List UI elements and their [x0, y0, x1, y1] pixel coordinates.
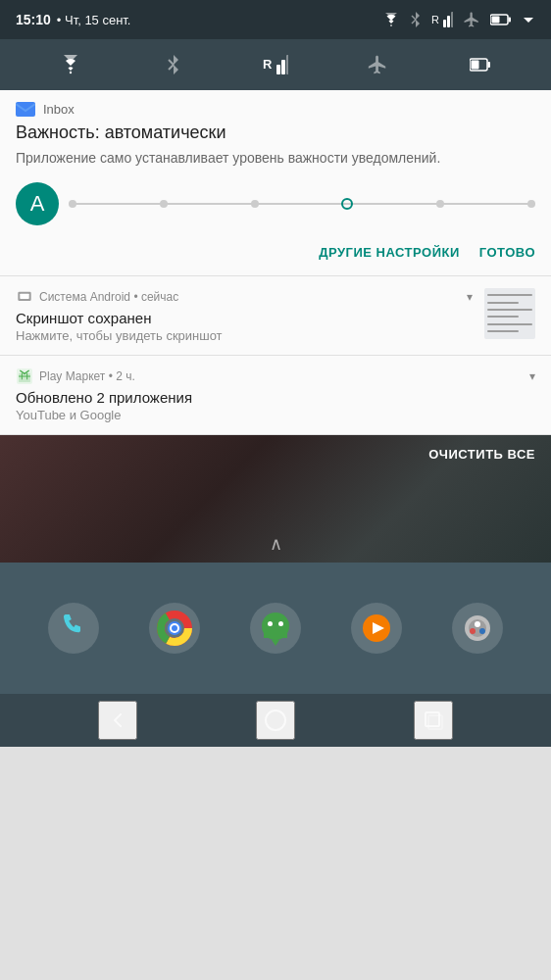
android-notif-chevron[interactable]: ▾: [467, 290, 473, 304]
svg-rect-3: [443, 20, 446, 27]
hangouts-icon[interactable]: [248, 601, 303, 656]
svg-point-47: [266, 710, 285, 730]
android-notif-text: Нажмите, чтобы увидеть скриншот: [16, 328, 473, 343]
home-button[interactable]: [256, 701, 295, 740]
android-notif-top-row: Система Android • сейчас ▾: [16, 288, 473, 306]
nav-bar: [0, 694, 551, 747]
svg-rect-19: [16, 102, 35, 117]
snapseed-app[interactable]: [450, 601, 505, 656]
svg-line-10: [169, 60, 174, 65]
back-button[interactable]: [98, 701, 137, 740]
battery-icon: [490, 13, 512, 26]
expand-icon[interactable]: [522, 13, 535, 26]
play-music-icon[interactable]: [349, 601, 404, 656]
status-time: 15:10: [16, 12, 51, 27]
clear-all-button[interactable]: ОЧИСТИТЬ ВСЕ: [413, 435, 551, 473]
pm-top-row: Play Маркет • 2 ч. ▾: [16, 368, 535, 385]
svg-rect-7: [509, 18, 512, 23]
notif-header: Inbox: [16, 102, 535, 117]
android-source: Система Android • сейчас: [39, 290, 461, 304]
svg-rect-23: [19, 372, 30, 381]
other-settings-button[interactable]: ДРУГИЕ НАСТРОЙКИ: [319, 241, 460, 264]
clear-all-banner: ОЧИСТИТЬ ВСЕ ∧: [0, 435, 551, 563]
importance-slider-row: A: [16, 182, 535, 225]
svg-line-0: [412, 16, 416, 20]
thumb-line-6: [487, 330, 519, 332]
android-system-notification[interactable]: Система Android • сейчас ▾ Скриншот сохр…: [0, 276, 551, 356]
status-icons: R: [382, 11, 535, 28]
qs-battery-icon[interactable]: [467, 51, 494, 78]
playmarket-notification[interactable]: Play Маркет • 2 ч. ▾ Обновлено 2 приложе…: [0, 356, 551, 435]
notif-actions: ДРУГИЕ НАСТРОЙКИ ГОТОВО: [16, 241, 535, 268]
qs-airplane-icon[interactable]: [364, 51, 391, 78]
pm-notif-chevron[interactable]: ▾: [529, 369, 535, 383]
svg-point-45: [470, 628, 476, 634]
play-music-app[interactable]: [349, 601, 404, 656]
svg-rect-8: [492, 17, 500, 24]
svg-point-9: [70, 72, 72, 74]
hangouts-app[interactable]: [248, 601, 303, 656]
svg-point-31: [172, 625, 177, 631]
chrome-app[interactable]: [147, 601, 202, 656]
slider-dot-1: [69, 200, 76, 208]
status-date: • Чт, 15 сент.: [57, 13, 131, 27]
thumb-line-2: [487, 302, 519, 304]
importance-desc: Приложение само устанавливает уровень ва…: [16, 149, 535, 169]
svg-rect-17: [487, 62, 490, 68]
inbox-app-icon: [16, 102, 35, 117]
phone-app[interactable]: [46, 601, 101, 656]
pm-source: Play Маркет • 2 ч.: [39, 369, 524, 383]
svg-rect-5: [451, 12, 453, 27]
svg-point-46: [479, 628, 485, 634]
importance-title: Важность: автоматически: [16, 122, 535, 143]
svg-rect-4: [447, 16, 450, 27]
done-button[interactable]: ГОТОВО: [479, 241, 535, 264]
inbox-app-name: Inbox: [43, 102, 75, 117]
chrome-icon[interactable]: [147, 601, 202, 656]
svg-rect-37: [278, 621, 283, 626]
android-notif-title: Скриншот сохранен: [16, 310, 473, 326]
svg-rect-15: [286, 55, 288, 74]
svg-line-1: [412, 20, 416, 24]
qs-wifi-icon[interactable]: [57, 51, 84, 78]
svg-rect-36: [268, 621, 273, 626]
home-area: [0, 563, 551, 694]
qs-bluetooth-icon[interactable]: [160, 51, 187, 78]
thumb-line-5: [487, 323, 532, 325]
svg-text:R: R: [263, 57, 273, 72]
android-system-icon: [16, 288, 33, 306]
svg-line-11: [169, 65, 174, 70]
playmarket-icon: [16, 368, 33, 385]
thumb-line-4: [487, 316, 519, 318]
inbox-notification: Inbox Важность: автоматически Приложение…: [0, 90, 551, 276]
svg-rect-14: [281, 60, 285, 74]
slider-dot-3: [251, 200, 259, 208]
svg-rect-21: [20, 293, 28, 298]
svg-text:R: R: [431, 14, 439, 25]
slider-dot-4: [341, 198, 353, 210]
signal-icon: R: [431, 12, 453, 27]
pm-notif-title: Обновлено 2 приложения: [16, 389, 535, 406]
pm-notif-text: YouTube и Google: [16, 408, 535, 422]
slider-dot-2: [160, 200, 168, 208]
wifi-icon: [382, 13, 400, 26]
bluetooth-icon: [410, 11, 422, 28]
recent-apps-button[interactable]: [414, 701, 453, 740]
screenshot-thumbnail: [484, 288, 535, 339]
importance-slider[interactable]: [69, 203, 535, 205]
thumb-line-3: [487, 309, 532, 311]
phone-icon[interactable]: [46, 601, 101, 656]
airplane-icon: [463, 11, 480, 28]
scroll-up-indicator: ∧: [270, 533, 282, 555]
svg-rect-18: [471, 61, 478, 70]
android-notif-content: Система Android • сейчас ▾ Скриншот сохр…: [16, 288, 473, 343]
snapseed-icon[interactable]: [450, 601, 505, 656]
svg-rect-34: [264, 626, 287, 638]
status-bar: 15:10 • Чт, 15 сент. R: [0, 0, 551, 39]
slider-dot-6: [527, 200, 535, 208]
thumb-line-1: [487, 294, 532, 296]
avatar: A: [16, 182, 59, 225]
qs-data-icon[interactable]: R: [262, 51, 289, 78]
svg-rect-13: [276, 65, 280, 74]
slider-dot-5: [436, 200, 444, 208]
